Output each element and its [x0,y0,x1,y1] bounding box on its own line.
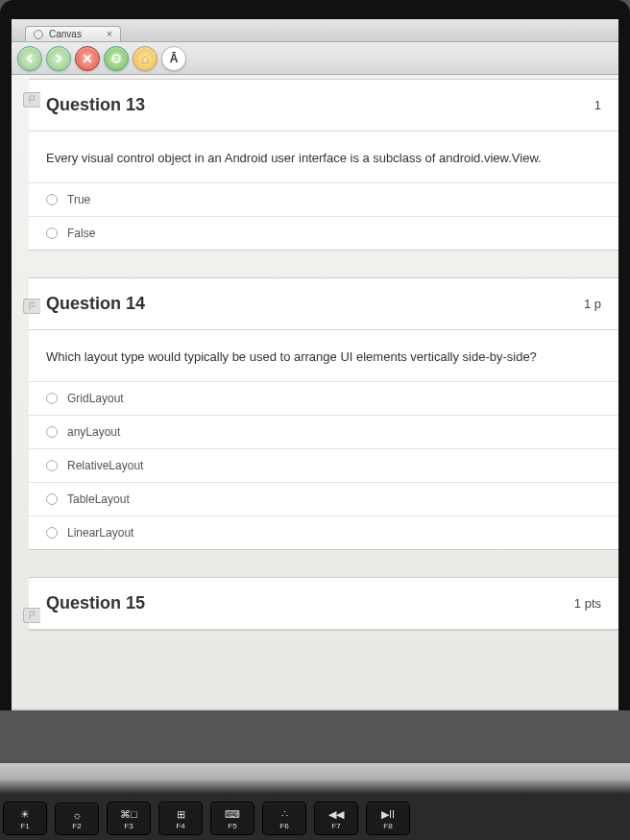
key-label: F8 [383,822,392,830]
answer-option[interactable]: LinearLayout [29,516,618,549]
keyboard-light-down-icon: ⌨ [225,808,240,821]
text-size-indicator[interactable]: Ā [161,46,186,71]
key-f8: ▶II F8 [367,803,409,834]
option-label: True [67,193,90,206]
option-label: False [67,227,95,240]
keyboard-light-up-icon: ∴ [281,808,288,821]
question-header: Question 15 1 pts [29,578,618,630]
reload-icon [109,52,123,65]
question-points: 1 [594,98,601,112]
radio-icon[interactable] [46,493,58,505]
key-label: F1 [20,822,29,830]
close-tab-icon[interactable]: × [107,29,112,39]
browser-tab-canvas[interactable]: Canvas × [25,26,121,41]
option-label: RelativeLayout [67,459,143,472]
answer-option[interactable]: True [29,182,618,216]
quiz-content: Question 13 1 Every visual control objec… [12,75,618,708]
option-label: GridLayout [67,392,124,405]
key-label: F3 [124,822,133,830]
play-pause-icon: ▶II [381,808,395,821]
mission-control-icon: ⌘□ [120,808,137,821]
flag-icon [28,95,37,105]
flag-icon [28,611,37,620]
radio-icon[interactable] [46,194,58,205]
key-f3: ⌘□ F3 [108,803,150,834]
browser-tabbar: Canvas × [12,19,618,42]
key-f5: ⌨ F5 [211,803,254,834]
key-f2: ☼ F2 [56,804,98,834]
radio-icon[interactable] [46,393,58,404]
radio-icon[interactable] [46,460,58,471]
key-f4: ⊞ F4 [159,803,202,834]
flag-toggle-q13[interactable] [23,92,40,108]
brightness-up-icon: ☼ [72,809,82,821]
key-f6: ∴ F6 [263,803,305,834]
answer-option[interactable]: GridLayout [29,381,618,415]
answer-option[interactable]: anyLayout [29,415,618,448]
launchpad-icon: ⊞ [177,808,185,821]
browser-toolbar: ✕ ⌂ Ā [12,42,618,75]
flag-toggle-q14[interactable] [23,299,40,314]
home-button[interactable]: ⌂ [133,46,158,71]
key-label: F2 [72,822,81,830]
question-header: Question 14 1 p [29,278,618,330]
brightness-down-icon: ☀ [20,808,30,821]
globe-icon [34,30,43,39]
forward-button[interactable] [46,46,71,71]
flag-toggle-q15[interactable] [23,608,40,623]
physical-keyboard: ☀ F1 ☼ F2 ⌘□ F3 ⊞ F4 ⌨ F5 ∴ F6 ◀◀ F7 ▶II… [0,763,630,840]
flag-icon [28,301,37,311]
reload-button[interactable] [104,46,129,71]
option-label: TableLayout [67,492,130,506]
question-header: Question 13 1 [29,80,618,132]
stop-button[interactable]: ✕ [75,46,100,71]
home-icon: ⌂ [141,51,149,66]
key-label: F5 [228,822,236,830]
back-button[interactable] [17,46,42,71]
question-title: Question 14 [46,294,145,314]
text-size-label: Ā [170,52,179,65]
radio-icon[interactable] [46,527,58,539]
radio-icon[interactable] [46,228,58,239]
key-label: F4 [176,822,184,830]
question-title: Question 15 [46,593,145,613]
question-prompt: Every visual control object in an Androi… [29,145,618,182]
answer-option[interactable]: False [29,216,618,250]
stop-icon: ✕ [82,51,93,66]
option-label: LinearLayout [67,526,133,540]
radio-icon[interactable] [46,426,58,438]
question-card: Question 15 1 pts [29,577,618,631]
question-title: Question 13 [46,95,145,115]
question-card: Question 14 1 p Which layout type would … [29,277,618,550]
key-label: F6 [279,822,288,830]
forward-icon [53,53,64,64]
answer-option[interactable]: TableLayout [29,482,618,516]
tab-title: Canvas [49,29,82,39]
question-prompt: Which layout type would typically be use… [29,344,618,381]
option-label: anyLayout [67,425,120,439]
rewind-icon: ◀◀ [328,808,344,821]
question-card: Question 13 1 Every visual control objec… [29,79,618,251]
answer-option[interactable]: RelativeLayout [29,448,618,482]
key-f7: ◀◀ F7 [315,803,357,834]
key-f1: ☀ F1 [4,803,46,834]
back-icon [24,53,36,64]
question-points: 1 p [584,297,601,311]
question-points: 1 pts [574,596,601,611]
key-label: F7 [331,822,340,830]
